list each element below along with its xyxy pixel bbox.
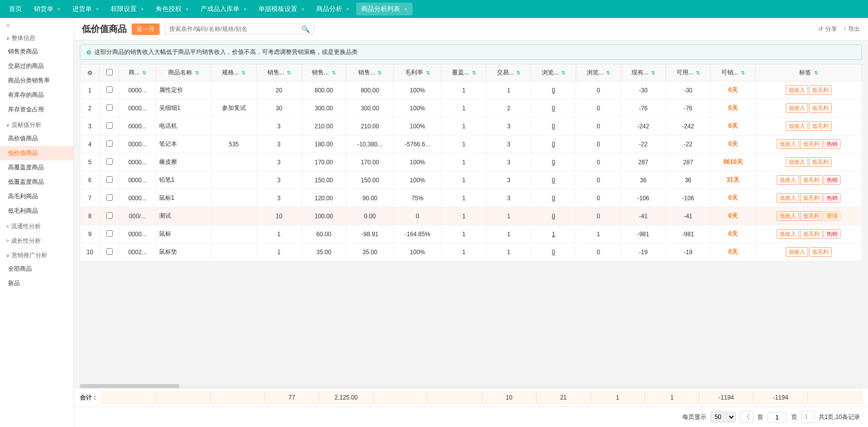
col-code[interactable]: 商... ⇅: [119, 64, 156, 81]
col-spec[interactable]: 规格... ⇅: [211, 64, 256, 81]
nav-product-analysis[interactable]: 商品分析 ×: [311, 2, 354, 15]
close-icon[interactable]: ×: [141, 6, 144, 12]
col-sale-amount[interactable]: 销售... ⇅: [346, 64, 394, 81]
sidebar-item-new-products[interactable]: 新品: [0, 276, 73, 291]
row-select-checkbox[interactable]: [106, 158, 113, 165]
row-checkbox[interactable]: [100, 81, 119, 99]
nav-template-settings[interactable]: 单据模板设置 ×: [253, 2, 309, 15]
row-checkbox[interactable]: [100, 243, 119, 261]
sidebar-item-low-value[interactable]: 低价值商品: [0, 146, 73, 160]
row-checkbox[interactable]: [100, 117, 119, 135]
row-select-checkbox[interactable]: [106, 230, 113, 237]
nav-role-auth[interactable]: 角色授权 ×: [151, 2, 194, 15]
sidebar-item-sales-products[interactable]: 销售类商品: [0, 44, 73, 59]
sidebar-collapse-btn[interactable]: «: [4, 21, 12, 29]
sidebar-item-stock-capital[interactable]: 库存资金占用: [0, 102, 73, 117]
row-coverage: 1: [441, 135, 486, 153]
sidebar-item-all-products[interactable]: 全部商品: [0, 262, 73, 276]
col-transaction[interactable]: 交易... ⇅: [486, 64, 531, 81]
col-tags[interactable]: 标签 ⇅: [755, 64, 862, 81]
horizontal-scrollbar[interactable]: [80, 384, 862, 388]
page-input[interactable]: [767, 412, 787, 423]
row-select-checkbox[interactable]: [106, 194, 113, 201]
close-icon[interactable]: ×: [96, 6, 99, 12]
col-margin[interactable]: 毛利率 ⇅: [394, 64, 441, 81]
row-checkbox[interactable]: [100, 99, 119, 117]
col-name[interactable]: 商品名称 ⇅: [156, 64, 212, 81]
nav-permission[interactable]: 权限设置 ×: [106, 2, 149, 15]
col-settings[interactable]: ⚙: [80, 64, 100, 81]
sidebar-section-overall[interactable]: ∨ 整体信息: [0, 30, 73, 44]
sidebar-section-marketing[interactable]: ∨ 营销推广分析: [0, 247, 73, 262]
row-checkbox[interactable]: [100, 153, 119, 171]
row-select-checkbox[interactable]: [106, 212, 113, 219]
export-button[interactable]: ↑ 导出: [843, 25, 860, 33]
col-checkbox[interactable]: [100, 64, 119, 81]
close-icon[interactable]: ×: [186, 6, 189, 12]
row-checkbox[interactable]: [100, 171, 119, 189]
nav-product-analysis-list[interactable]: 商品分析列表 ×: [356, 2, 412, 15]
search-icon[interactable]: 🔍: [301, 25, 310, 33]
close-icon[interactable]: ×: [243, 6, 246, 12]
sidebar-item-high-margin[interactable]: 高毛利商品: [0, 189, 73, 204]
first-page-btn[interactable]: 〈: [740, 411, 753, 423]
browse-link[interactable]: 0: [552, 105, 555, 112]
browse-link[interactable]: 0: [552, 159, 555, 166]
sidebar-item-category-rate[interactable]: 商品分类销售率: [0, 73, 73, 88]
next-page-btn[interactable]: 〉: [801, 411, 815, 423]
row-select-checkbox[interactable]: [106, 104, 113, 111]
sidebar-item-stock-products[interactable]: 有库存的商品: [0, 88, 73, 102]
browse-link[interactable]: 0: [552, 195, 555, 202]
col-coverage[interactable]: 覆盖... ⇅: [441, 64, 486, 81]
row-select-checkbox[interactable]: [106, 122, 113, 129]
sidebar-item-traded-products[interactable]: 交易过的商品: [0, 59, 73, 73]
browse-link[interactable]: 0: [552, 249, 555, 256]
col-sale-price[interactable]: 销售... ⇅: [301, 64, 346, 81]
filter-button[interactable]: 近一月: [132, 23, 160, 35]
nav-purchase-order[interactable]: 进货单 ×: [67, 2, 104, 15]
row-select-checkbox[interactable]: [106, 86, 113, 93]
sidebar-item-high-coverage[interactable]: 高覆盖度商品: [0, 160, 73, 175]
row-select-checkbox[interactable]: [106, 176, 113, 183]
col-available[interactable]: 可用... ⇅: [665, 64, 710, 81]
browse-link[interactable]: 0: [552, 213, 555, 220]
row-select-checkbox[interactable]: [106, 248, 113, 255]
row-saleable: 0天: [710, 243, 755, 261]
col-browse1[interactable]: 浏览... ⇅: [531, 64, 576, 81]
row-checkbox[interactable]: [100, 207, 119, 225]
close-icon[interactable]: ×: [301, 6, 304, 12]
row-select-checkbox[interactable]: [106, 140, 113, 147]
col-saleable[interactable]: 可销... ⇅: [710, 64, 755, 81]
per-page-select[interactable]: 50 100 200: [710, 412, 736, 423]
sidebar-item-high-value[interactable]: 高价值商品: [0, 131, 73, 146]
sidebar-section-contribution[interactable]: ∨ 贡献值分析: [0, 117, 73, 131]
close-icon[interactable]: ×: [404, 6, 407, 12]
sidebar-item-low-coverage[interactable]: 低覆盖度商品: [0, 175, 73, 189]
tag: 热销: [824, 193, 841, 203]
col-browse2[interactable]: 浏览... ⇅: [576, 64, 621, 81]
close-icon[interactable]: ×: [57, 6, 60, 12]
row-checkbox[interactable]: [100, 225, 119, 243]
sidebar-item-low-margin[interactable]: 低毛利商品: [0, 204, 73, 218]
nav-product-warehouse[interactable]: 产成品入库单 ×: [196, 2, 251, 15]
row-checkbox[interactable]: [100, 189, 119, 207]
scrollbar-thumb[interactable]: [80, 384, 180, 388]
sidebar-section-growth[interactable]: > 成长性分析: [0, 233, 73, 247]
col-sale-qty[interactable]: 销售... ⇅: [256, 64, 301, 81]
browse-link[interactable]: 0: [552, 177, 555, 184]
row-sale-amount: -98.91: [346, 225, 394, 243]
browse-link[interactable]: 0: [552, 87, 555, 94]
select-all-checkbox[interactable]: [106, 69, 113, 75]
close-icon[interactable]: ×: [346, 6, 349, 12]
search-input[interactable]: [169, 25, 299, 32]
row-checkbox[interactable]: [100, 135, 119, 153]
browse-link[interactable]: 0: [552, 123, 555, 130]
col-current-stock[interactable]: 现有... ⇅: [621, 64, 666, 81]
row-tags: 低收入低毛利: [755, 81, 862, 99]
browse-link[interactable]: 0: [552, 141, 555, 148]
sidebar-section-circulation[interactable]: > 流通性分析: [0, 218, 73, 233]
nav-sales-order[interactable]: 销货单 ×: [29, 2, 65, 15]
share-button[interactable]: ↺ 分享: [818, 25, 837, 33]
nav-home[interactable]: 首页: [4, 2, 27, 15]
browse-link[interactable]: 1: [552, 231, 555, 238]
